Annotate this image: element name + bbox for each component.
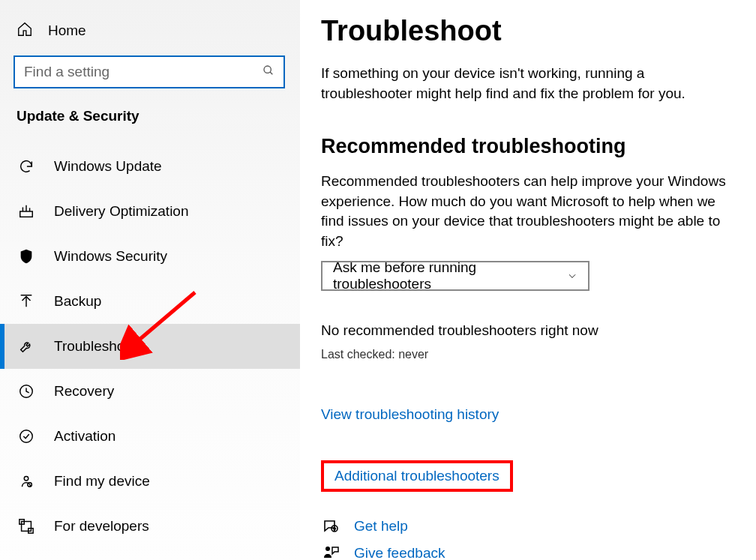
recovery-icon [18,383,34,400]
sidebar-item-backup[interactable]: Backup [0,279,300,324]
main-content: Troubleshoot If something on your device… [321,0,756,560]
svg-rect-2 [20,211,33,217]
developers-icon [18,518,34,535]
feedback-icon [321,544,340,560]
additional-troubleshooters-highlight: Additional troubleshooters [321,460,513,492]
sidebar-item-label: Delivery Optimization [54,203,189,220]
sidebar-item-label: Find my device [54,473,150,490]
sidebar-item-troubleshoot[interactable]: Troubleshoot [0,324,300,369]
check-circle-icon [18,428,34,445]
chat-help-icon: ? [321,517,340,535]
dropdown-selected-value: Ask me before running troubleshooters [333,259,567,292]
sidebar-item-delivery-optimization[interactable]: Delivery Optimization [0,189,300,234]
sidebar-item-label: Backup [54,293,101,310]
svg-point-9 [20,430,33,443]
section-title: Update & Security [0,108,300,124]
view-history-link[interactable]: View troubleshooting history [321,406,499,423]
last-checked-status: Last checked: never [321,348,726,361]
backup-icon [18,293,34,310]
home-button[interactable]: Home [0,9,300,52]
search-input[interactable] [14,55,285,88]
troubleshooter-preference-dropdown[interactable]: Ask me before running troubleshooters [321,261,590,291]
sidebar-item-find-my-device[interactable]: Find my device [0,459,300,504]
sidebar-item-recovery[interactable]: Recovery [0,369,300,414]
home-label: Home [48,22,86,39]
sidebar-item-label: Activation [54,428,116,445]
sidebar-item-label: Windows Security [54,248,167,265]
nav-list: Windows Update Delivery Optimization Win… [0,144,300,549]
sidebar-item-label: For developers [54,518,149,535]
sidebar-item-label: Windows Update [54,158,162,175]
additional-troubleshooters-link[interactable]: Additional troubleshooters [334,468,500,484]
svg-rect-12 [22,522,32,532]
search-icon [262,64,274,79]
sidebar: Home Update & Security Windows Update [0,0,300,560]
get-help-row[interactable]: ? Get help [321,517,726,535]
sidebar-item-label: Recovery [54,383,114,400]
delivery-icon [18,203,34,220]
page-title: Troubleshoot [321,15,726,47]
recommended-heading: Recommended troubleshooting [321,135,726,158]
give-feedback-link[interactable]: Give feedback [354,545,445,560]
get-help-link[interactable]: Get help [354,518,408,535]
sidebar-item-label: Troubleshoot [54,338,136,355]
sidebar-item-windows-update[interactable]: Windows Update [0,144,300,189]
svg-point-0 [264,66,271,73]
wrench-icon [18,338,34,355]
sidebar-item-activation[interactable]: Activation [0,414,300,459]
svg-point-10 [24,477,28,481]
chevron-down-icon [567,271,578,281]
sync-icon [18,158,34,175]
shield-icon [18,248,34,265]
give-feedback-row[interactable]: Give feedback [321,544,726,560]
sidebar-item-windows-security[interactable]: Windows Security [0,234,300,279]
svg-point-17 [326,547,330,551]
search-field[interactable] [24,64,262,80]
intro-text: If something on your device isn't workin… [321,64,726,103]
find-device-icon [18,473,34,490]
home-icon [16,21,33,41]
recommended-description: Recommended troubleshooters can help imp… [321,172,726,251]
no-recommended-status: No recommended troubleshooters right now [321,322,726,339]
sidebar-item-for-developers[interactable]: For developers [0,504,300,549]
svg-line-1 [270,72,272,74]
